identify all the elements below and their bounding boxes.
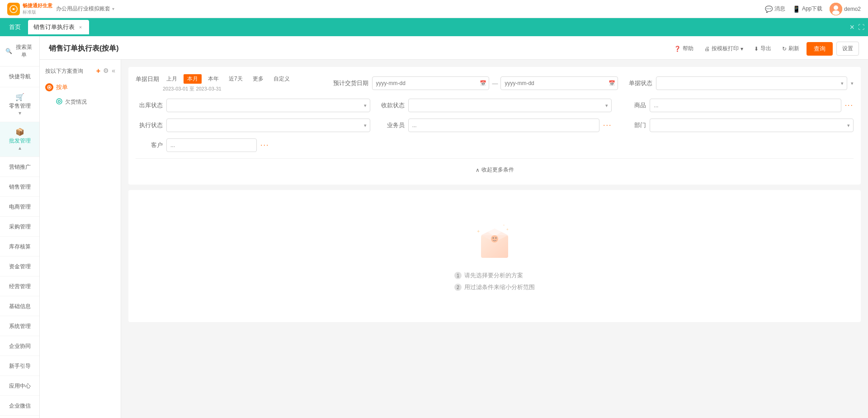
sidebar-item-quick-nav[interactable]: 快捷导航 — [0, 68, 39, 85]
expected-date-start-input[interactable] — [372, 76, 490, 90]
collapse-more-button[interactable]: ∧ 收起更多条件 — [136, 162, 854, 177]
filter-date-item: 单据日期 上月 本月 本年 近7天 更多 自定义 2023 — [136, 74, 326, 92]
search-menu-button[interactable]: 🔍 搜索菜单 — [4, 41, 36, 62]
scheme-sub-欠货情况[interactable]: 欠货情况 — [40, 95, 121, 109]
sidebar-item-system[interactable]: 系统管理 — [0, 316, 39, 336]
empty-tip-1: 1 请先选择要分析的方案 — [454, 271, 535, 280]
goods-more-dots[interactable]: ··· — [845, 101, 854, 109]
empty-tip-2: 2 用过滤条件来缩小分析范围 — [454, 283, 535, 291]
customer-input[interactable] — [166, 138, 257, 152]
help-button[interactable]: ❓ 帮助 — [670, 43, 697, 54]
filter-dept-item: 部门 — [619, 119, 854, 132]
tip2-text: 用过滤条件来缩小分析范围 — [464, 283, 535, 291]
salesperson-input[interactable] — [408, 119, 599, 132]
expected-date-end-input[interactable] — [500, 76, 618, 90]
customer-label: 客户 — [136, 141, 163, 149]
sidebar-item-ecommerce[interactable]: 电商管理 — [0, 197, 39, 217]
order-status-select[interactable] — [656, 76, 847, 90]
sidebar-quick-nav-section: 快捷导航 — [0, 66, 39, 87]
sidebar-item-retail[interactable]: 🛒 零售管理 ▾ — [0, 87, 39, 122]
sidebar-item-operations[interactable]: 经营管理 — [0, 276, 39, 296]
scheme-item-按单[interactable]: 按单 — [40, 80, 121, 95]
salesperson-more-dots[interactable]: ··· — [603, 121, 612, 129]
tab-sales-order[interactable]: 销售订单执行表 × — [28, 20, 89, 34]
avatar — [830, 3, 842, 15]
breadcrumb[interactable]: 办公用品行业模拟账套 ▾ — [56, 5, 114, 13]
sidebar-item-purchase[interactable]: 采购管理 — [0, 217, 39, 237]
template-print-button[interactable]: 🖨 按模板打印 ▾ — [701, 43, 747, 54]
svg-text:✦: ✦ — [506, 228, 509, 232]
filter-order-status-item: 单据状态 ▾ — [625, 76, 854, 90]
exec-status-select[interactable] — [166, 119, 370, 132]
date-tab-custom[interactable]: 自定义 — [270, 74, 293, 84]
header-left: 畅捷通好生意 标准版 办公用品行业模拟账套 ▾ — [7, 2, 114, 15]
sidebar-item-wechat[interactable]: 企业微信 — [0, 396, 39, 416]
sidebar-item-inventory[interactable]: 库存核算 — [0, 237, 39, 256]
filter-salesperson-item: 业务员 ··· — [377, 119, 612, 132]
expected-date-start-wrap — [372, 76, 490, 90]
settings-scheme-icon[interactable]: ⚙ — [103, 67, 109, 75]
expected-date-label: 预计交货日期 — [333, 79, 368, 87]
goods-label: 商品 — [619, 101, 646, 109]
settings-button[interactable]: 设置 — [836, 42, 859, 56]
sidebar-item-app-center[interactable]: 应用中心 — [0, 376, 39, 396]
left-panel-header: 按以下方案查询 + ⚙ « — [40, 64, 121, 78]
filter-row-1: 单据日期 上月 本月 本年 近7天 更多 自定义 2023 — [136, 74, 854, 92]
date-tab-this-year[interactable]: 本年 — [204, 74, 222, 84]
sub-scheme-icon — [56, 98, 62, 106]
sidebar-item-wholesale[interactable]: 📦 批发管理 ▴ — [0, 122, 39, 157]
svg-point-2 — [834, 5, 838, 10]
date-tab-more[interactable]: 更多 — [249, 74, 267, 84]
filter-customer-item: 客户 ··· — [136, 138, 269, 152]
app-download-action[interactable]: 📱 App下载 — [793, 5, 822, 13]
sidebar-item-guide[interactable]: 新手引导 — [0, 356, 39, 376]
payment-status-select[interactable] — [408, 99, 612, 112]
retail-icon: 🛒 — [2, 93, 38, 101]
dept-select[interactable] — [650, 119, 854, 132]
date-tab-last-month[interactable]: 上月 — [163, 74, 181, 84]
sidebar-item-member[interactable]: 畅会员 — [0, 416, 39, 418]
logo-text: 畅捷通好生意 标准版 — [23, 2, 52, 15]
page-header-top: 销售订单执行表(按单) ❓ 帮助 🖨 按模板打印 ▾ ⬇ 导出 — [49, 42, 859, 56]
page-title: 销售订单执行表(按单) — [49, 44, 119, 53]
print-icon: 🖨 — [704, 46, 710, 52]
sidebar-item-sales[interactable]: 销售管理 — [0, 177, 39, 197]
payment-status-label: 收款状态 — [377, 101, 405, 109]
date-tab-this-month[interactable]: 本月 — [184, 74, 202, 84]
exec-status-label: 执行状态 — [136, 121, 163, 129]
svg-point-7 — [58, 100, 61, 103]
svg-point-5 — [48, 86, 50, 88]
empty-illustration: ✦ ✦ ✦ — [472, 217, 517, 262]
sidebar-item-marketing[interactable]: 营销推广 — [0, 157, 39, 177]
message-action[interactable]: 💬 消息 — [765, 5, 785, 13]
collapse-panel-icon[interactable]: « — [112, 67, 115, 75]
tab-bar: 首页 销售订单执行表 × × ⛶ — [0, 18, 868, 36]
sidebar-item-finance[interactable]: 资金管理 — [0, 256, 39, 276]
tip1-num: 1 — [454, 272, 462, 279]
tab-bar-close-btn[interactable]: × — [849, 23, 854, 32]
tab-close-icon[interactable]: × — [77, 24, 84, 30]
customer-more-dots[interactable]: ··· — [260, 141, 269, 149]
refresh-button[interactable]: ↻ 刷新 — [778, 43, 803, 54]
filter-card: 单据日期 上月 本月 本年 近7天 更多 自定义 2023 — [128, 67, 861, 185]
scheme-active-icon — [45, 83, 53, 91]
date-tab-last-7[interactable]: 近7天 — [225, 74, 246, 84]
tab-bar-expand-btn[interactable]: ⛶ — [858, 23, 864, 32]
ship-status-select[interactable] — [166, 99, 370, 112]
goods-input[interactable] — [650, 99, 841, 112]
right-content: 单据日期 上月 本月 本年 近7天 更多 自定义 2023 — [121, 60, 868, 418]
content-area: 销售订单执行表(按单) ❓ 帮助 🖨 按模板打印 ▾ ⬇ 导出 — [40, 36, 868, 418]
logo-area: 畅捷通好生意 标准版 — [7, 2, 52, 15]
sidebar-item-enterprise[interactable]: 企业协同 — [0, 336, 39, 356]
user-action[interactable]: demo2 — [830, 3, 861, 15]
date-tabs: 上月 本月 本年 近7天 更多 自定义 — [163, 74, 293, 84]
sidebar-search-section: 🔍 搜索菜单 — [0, 36, 39, 66]
filter-row-4: 客户 ··· — [136, 138, 854, 152]
add-scheme-button[interactable]: + — [96, 67, 100, 75]
svg-point-12 — [493, 238, 494, 239]
svg-point-11 — [491, 235, 498, 242]
sidebar-item-basic[interactable]: 基础信息 — [0, 296, 39, 316]
query-button[interactable]: 查询 — [807, 42, 833, 56]
tab-home[interactable]: 首页 — [4, 20, 26, 34]
export-button[interactable]: ⬇ 导出 — [750, 43, 775, 54]
